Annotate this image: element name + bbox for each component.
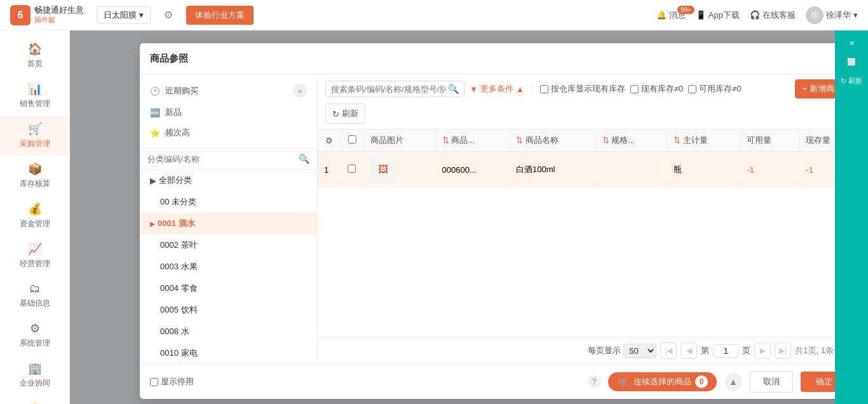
sidebar-item-purchase[interactable]: 🛒 采购管理: [0, 116, 69, 156]
col-checkbox[interactable]: [341, 130, 363, 152]
category-0010-label: 0010 家电: [160, 347, 198, 359]
category-0004-label: 0004 零食: [160, 283, 198, 294]
settings-icon[interactable]: ⚙: [158, 5, 179, 25]
sidebar-item-operations[interactable]: 📈 经营管理: [0, 236, 69, 276]
category-0003-label: 0003 水果: [160, 261, 198, 273]
notification-bell[interactable]: 🔔 消息 99+: [656, 10, 686, 21]
col-code-icon: ⇅: [442, 135, 449, 145]
collapse-cart-button[interactable]: ▲: [724, 373, 742, 391]
category-0002-label: 0002 茶叶: [160, 239, 198, 251]
sidebar-item-finance[interactable]: 💰 资金管理: [0, 196, 69, 236]
col-available-label: 可用量: [747, 135, 771, 145]
new-product-item[interactable]: 🆕 新品: [140, 102, 317, 123]
category-item-0005[interactable]: 0005 饮料: [140, 299, 317, 321]
sidebar-label-base: 基础信息: [20, 298, 50, 309]
search-icon[interactable]: 🔍: [299, 154, 309, 164]
category-item-0010[interactable]: 0010 家电: [140, 342, 317, 364]
cell-name: 白酒100ml: [510, 152, 596, 188]
category-item-0002[interactable]: 0002 茶叶: [140, 234, 317, 256]
purchase-icon: 🛒: [28, 122, 42, 136]
col-settings[interactable]: ⚙: [318, 130, 341, 152]
sidebar-item-home[interactable]: 🏠 首页: [0, 36, 69, 76]
add-product-button[interactable]: + 新增商品: [795, 79, 835, 98]
show-disabled-checkbox[interactable]: 显示停用: [150, 376, 194, 387]
online-service[interactable]: 🎧 在线客服: [750, 10, 796, 21]
category-item-0001[interactable]: ▶ 0001 酒水: [140, 213, 317, 234]
show-disabled-check[interactable]: [150, 378, 158, 386]
col-unit-label: 主计量: [683, 135, 708, 145]
sidebar-item-system[interactable]: ⚙ 系统管理: [0, 315, 69, 355]
cart-selector[interactable]: 🛒 连续选择的商品 0: [608, 372, 717, 391]
help-icon[interactable]: ?: [588, 375, 600, 388]
frequent-item[interactable]: ⭐ 频次高: [140, 123, 317, 143]
home-icon: 🏠: [28, 42, 42, 56]
table-row[interactable]: 1 🖼 000600... 白酒100ml 瓶 -1: [318, 152, 835, 188]
col-name[interactable]: ⇅ 商品名称: [510, 130, 596, 152]
filter-bar: 🔍 ▼ 更多条件 ▲ 按仓库显示现有库存: [318, 74, 835, 130]
sidebar-item-collab[interactable]: 🏢 企业协同: [0, 355, 69, 395]
current-stock-checkbox[interactable]: [630, 85, 639, 93]
triangle-icon: ▶: [150, 176, 156, 185]
service-label: 在线客服: [763, 10, 796, 21]
cell-unit: 瓶: [667, 152, 740, 188]
sidebar-label-sales: 销售管理: [20, 98, 50, 109]
category-item-0004[interactable]: 0004 零食: [140, 278, 317, 299]
warehouse-checkbox[interactable]: [540, 85, 548, 93]
category-item-all[interactable]: ▶ 全部分类: [140, 170, 317, 191]
available-stock-filter[interactable]: 可用库存≠0: [688, 83, 741, 95]
user-profile[interactable]: 徐 徐泽华 ▾: [806, 6, 858, 24]
trial-button[interactable]: 体验行业方案: [186, 6, 254, 25]
close-button[interactable]: ✕: [832, 51, 835, 66]
sidebar-item-inventory[interactable]: 📦 库存核算: [0, 156, 69, 196]
category-search-input[interactable]: [147, 154, 295, 164]
category-item-00[interactable]: 00 未分类: [140, 191, 317, 213]
refresh-button[interactable]: ↻ 刷新: [325, 104, 365, 124]
store-selector[interactable]: 日太阳膜 ▾: [97, 6, 151, 24]
last-page-button[interactable]: ▶|: [775, 342, 791, 359]
page-size-select[interactable]: 20 50 100: [623, 344, 656, 358]
cell-checkbox[interactable]: [341, 152, 363, 188]
refresh-icon: ↻: [332, 109, 339, 119]
sidebar-item-guide[interactable]: 🌟 新手引导: [0, 395, 69, 404]
new-icon: 🆕: [150, 108, 160, 118]
prev-page-button[interactable]: ◀: [681, 342, 697, 359]
col-unit[interactable]: ⇅ 主计量: [667, 130, 740, 152]
category-item-0008[interactable]: 0008 水: [140, 321, 317, 342]
collapse-button[interactable]: «: [293, 84, 307, 98]
recent-purchase-item[interactable]: 🕐 近期购买 «: [140, 79, 317, 102]
first-page-button[interactable]: |◀: [660, 342, 677, 359]
col-spec[interactable]: ⇅ 规格...: [595, 130, 667, 152]
sidebar-item-base[interactable]: 🗂 基础信息: [0, 276, 69, 315]
warehouse-filter[interactable]: 按仓库显示现有库存: [540, 83, 625, 95]
filter-conditions-btn[interactable]: ▼ 更多条件 ▲: [470, 83, 524, 95]
system-icon: ⚙: [30, 321, 40, 335]
select-all-checkbox[interactable]: [348, 135, 356, 144]
cart-label: 连续选择的商品: [634, 376, 691, 387]
category-item-0003[interactable]: 0003 水果: [140, 256, 317, 278]
confirm-button[interactable]: 确定: [801, 372, 835, 392]
right-expand-button[interactable]: ⬜: [835, 54, 868, 70]
clock-icon: 🕐: [150, 86, 160, 96]
avatar: 徐: [806, 6, 824, 24]
row-checkbox[interactable]: [348, 165, 356, 173]
next-page-button[interactable]: ▶: [754, 342, 771, 359]
right-close-button[interactable]: ✕: [835, 36, 868, 51]
cancel-button[interactable]: 取消: [750, 371, 793, 393]
page-number-input[interactable]: [713, 344, 738, 358]
cell-image: 🖼: [363, 152, 435, 188]
recent-section: 🕐 近期购买 « 🆕 新品 ⭐ 频次高: [140, 74, 317, 149]
category-00-label: 00 未分类: [160, 196, 196, 208]
cart-icon: 🛒: [617, 376, 630, 388]
modal-left-panel: 🕐 近期购买 « 🆕 新品 ⭐ 频次高: [140, 74, 318, 364]
right-refresh-button[interactable]: ↻ 刷新: [835, 72, 868, 90]
modal-body: 🕐 近期购买 « 🆕 新品 ⭐ 频次高: [140, 74, 835, 364]
sidebar-label-purchase: 采购管理: [20, 138, 50, 149]
sidebar-item-sales[interactable]: 📊 销售管理: [0, 76, 69, 116]
app-download[interactable]: 📱 App下载: [696, 10, 740, 21]
available-stock-checkbox[interactable]: [688, 85, 696, 93]
product-search-input[interactable]: [331, 84, 445, 94]
current-stock-filter[interactable]: 现有库存≠0: [630, 83, 683, 95]
col-code[interactable]: ⇅ 商品...: [435, 130, 509, 152]
product-search-icon[interactable]: 🔍: [448, 84, 459, 94]
current-stock-label: 现有库存≠0: [641, 83, 683, 95]
